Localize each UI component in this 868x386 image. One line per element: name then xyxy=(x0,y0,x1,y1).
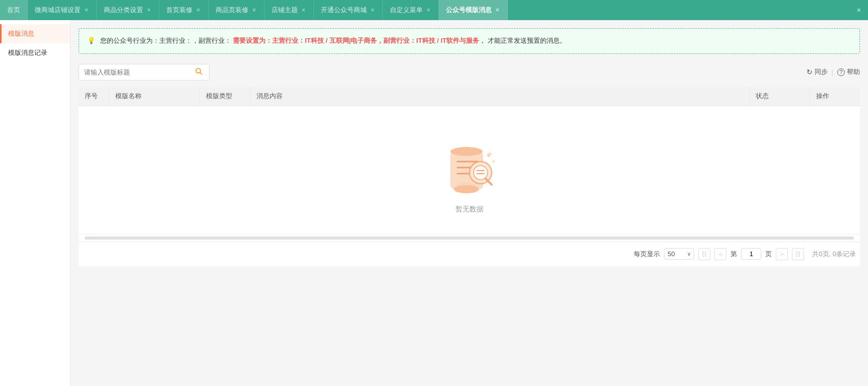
close-tab-category-settings[interactable]: × xyxy=(146,7,152,14)
table-header: 序号 模版名称 模版类型 消息内容 状态 操作 xyxy=(79,87,860,106)
help-button[interactable]: ? 帮助 xyxy=(837,67,860,76)
pagination: 每页显示 50 ∨ ⟨⟨ ＜ 第 页 ＞ ⟩⟩ 共0页, 0条记录 xyxy=(79,242,860,266)
col-header-name: 模版名称 xyxy=(109,87,199,106)
help-label: 帮助 xyxy=(847,67,860,76)
nav-tab-home-label: 首页 xyxy=(7,6,20,15)
empty-illustration xyxy=(439,136,500,197)
nav-tab-product-decor[interactable]: 商品页装修 × xyxy=(209,0,264,20)
col-header-action: 操作 xyxy=(810,87,860,106)
close-tab-template-msg[interactable]: × xyxy=(495,7,500,14)
sync-button[interactable]: ↻ 同步 xyxy=(807,67,828,76)
nav-tab-category-settings[interactable]: 商品分类设置 × xyxy=(97,0,159,20)
close-tab-product-decor[interactable]: × xyxy=(251,7,257,14)
notice-suffix-text: 才能正常发送预置的消息。 xyxy=(488,37,566,44)
toolbar-right: ↻ 同步 | ? 帮助 xyxy=(807,67,860,76)
toolbar-divider: | xyxy=(832,68,833,76)
sidebar-item-template-msg-label: 模版消息 xyxy=(8,30,34,37)
sync-label: 同步 xyxy=(815,67,828,76)
col-header-type: 模版类型 xyxy=(199,87,250,106)
notice-icon: 💡 xyxy=(87,37,95,44)
nav-tab-category-settings-label: 商品分类设置 xyxy=(104,6,143,15)
nav-tab-product-decor-label: 商品页装修 xyxy=(216,6,248,15)
nav-tab-template-msg-label: 公众号模版消息 xyxy=(446,6,492,15)
nav-tab-homepage-decor[interactable]: 首页装修 × xyxy=(159,0,209,20)
search-bar: ↻ 同步 | ? 帮助 xyxy=(79,64,860,81)
nav-tab-open-mall[interactable]: 开通公众号商城 × xyxy=(314,0,383,20)
total-info: 共0页, 0条记录 xyxy=(812,250,856,259)
col-header-content: 消息内容 xyxy=(250,87,749,106)
close-tab-homepage-decor[interactable]: × xyxy=(195,7,201,14)
page-prefix-label: 第 xyxy=(730,250,737,259)
empty-state: 暂无数据 xyxy=(79,106,860,234)
scroll-track xyxy=(79,234,860,242)
nav-tab-store-theme[interactable]: 店铺主题 × xyxy=(264,0,314,20)
main-layout: 模版消息 模版消息记录 💡 您的公众号行业为：主营行业：，副营行业： 需要设置为… xyxy=(0,20,868,386)
sidebar: 模版消息 模版消息记录 xyxy=(0,20,71,386)
page-suffix-label: 页 xyxy=(765,250,772,259)
search-input[interactable] xyxy=(79,65,190,79)
svg-point-4 xyxy=(450,147,483,156)
top-nav: 首页 微商城店铺设置 × 商品分类设置 × 首页装修 × 商品页装修 × 店铺主… xyxy=(0,0,868,20)
pagination-prev-button[interactable]: ＜ xyxy=(714,248,726,260)
page-number-input[interactable] xyxy=(741,248,761,260)
page-size-chevron-icon: ∨ xyxy=(687,251,691,257)
search-input-wrap xyxy=(79,64,210,81)
page-size-select[interactable]: 50 ∨ xyxy=(664,248,694,260)
search-button[interactable] xyxy=(190,64,208,80)
nav-tab-custom-menu-label: 自定义菜单 xyxy=(390,6,423,15)
close-all-tabs-button[interactable]: × xyxy=(850,0,868,20)
notice-highlight-text: 需要设置为：主营行业：IT科技 / 互联网|电子商务，副营行业：IT科技 / I… xyxy=(233,37,486,44)
sync-icon: ↻ xyxy=(807,68,813,76)
page-size-value: 50 xyxy=(667,250,675,258)
sidebar-item-template-msg[interactable]: 模版消息 xyxy=(0,24,70,43)
pagination-first-button[interactable]: ⟨⟨ xyxy=(698,248,710,260)
close-tab-store-theme[interactable]: × xyxy=(301,7,306,14)
data-table-container: 序号 模版名称 模版类型 消息内容 状态 操作 xyxy=(79,87,860,266)
sidebar-item-template-msg-log-label: 模版消息记录 xyxy=(8,49,47,56)
close-tab-custom-menu[interactable]: × xyxy=(426,7,431,14)
content-area: 💡 您的公众号行业为：主营行业：，副营行业： 需要设置为：主营行业：IT科技 /… xyxy=(71,20,868,386)
close-tab-store-settings[interactable]: × xyxy=(84,7,89,14)
help-icon: ? xyxy=(837,68,845,76)
pagination-last-button[interactable]: ⟩⟩ xyxy=(792,248,804,260)
col-header-index: 序号 xyxy=(79,87,109,106)
nav-tab-home[interactable]: 首页 xyxy=(0,0,28,20)
svg-line-1 xyxy=(200,72,202,74)
svg-point-15 xyxy=(493,161,495,163)
col-header-status: 状态 xyxy=(749,87,810,106)
nav-tab-homepage-decor-label: 首页装修 xyxy=(166,6,192,15)
sidebar-item-template-msg-log[interactable]: 模版消息记录 xyxy=(0,43,70,62)
page-size-label: 每页显示 xyxy=(634,250,660,259)
nav-tab-open-mall-label: 开通公众号商城 xyxy=(321,6,367,15)
nav-tab-template-msg[interactable]: 公众号模版消息 × xyxy=(439,0,508,20)
nav-tab-store-settings[interactable]: 微商城店铺设置 × xyxy=(28,0,97,20)
nav-tab-store-theme-label: 店铺主题 xyxy=(272,6,298,15)
empty-text: 暂无数据 xyxy=(455,205,484,214)
notice-prefix-text: 您的公众号行业为：主营行业：，副营行业： xyxy=(100,37,231,44)
svg-point-5 xyxy=(454,185,479,193)
close-tab-open-mall[interactable]: × xyxy=(370,7,375,14)
scroll-bar[interactable] xyxy=(85,237,854,240)
nav-tab-custom-menu[interactable]: 自定义菜单 × xyxy=(383,0,439,20)
pagination-next-button[interactable]: ＞ xyxy=(776,248,788,260)
svg-point-10 xyxy=(474,166,488,180)
nav-tab-store-settings-label: 微商城店铺设置 xyxy=(35,6,81,15)
data-table: 序号 模版名称 模版类型 消息内容 状态 操作 xyxy=(79,87,860,106)
notice-box: 💡 您的公众号行业为：主营行业：，副营行业： 需要设置为：主营行业：IT科技 /… xyxy=(79,28,860,54)
